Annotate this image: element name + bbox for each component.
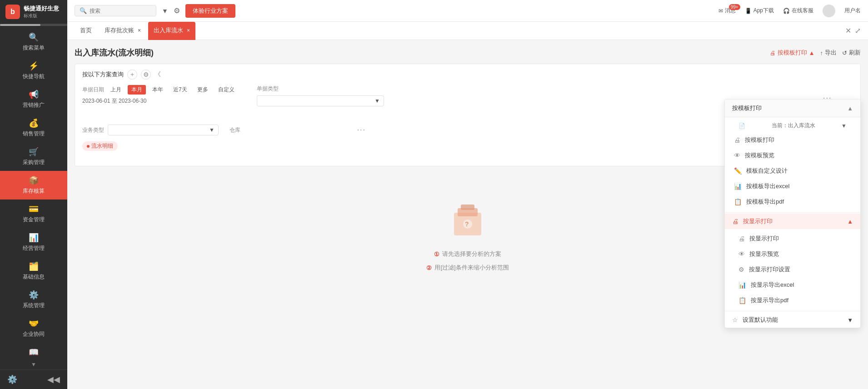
date-tab-7days[interactable]: 近7天 — [170, 85, 191, 95]
sidebar-item-guide[interactable]: 📖 新手引导 — [0, 343, 67, 359]
date-filter-group: 单据日期 上月 本月 本年 近7天 更多 自定义 2023-06-01 至 20… — [82, 85, 246, 105]
search-icon: 🔍 — [80, 7, 87, 14]
template-print-item[interactable]: 🖨 按模板打印 — [725, 132, 860, 148]
date-tab-last-month[interactable]: 上月 — [107, 85, 125, 95]
tab-batch-account[interactable]: 库存批次账 × — [99, 22, 146, 40]
header-search-box[interactable]: 🔍 — [75, 5, 156, 16]
template-export-pdf-icon: 📋 — [734, 198, 742, 205]
date-tab-this-year[interactable]: 本年 — [149, 85, 167, 95]
print-dropdown-close-chevron[interactable]: ▲ — [847, 105, 853, 112]
sidebar-item-collab[interactable]: 🤝 企业协同 — [0, 314, 67, 343]
date-tab-more[interactable]: 更多 — [194, 85, 212, 95]
sidebar-item-system[interactable]: ⚙️ 系统管理 — [0, 285, 67, 314]
print-action-button[interactable]: 🖨 按模板打印 ▲ — [770, 49, 815, 57]
display-export-pdf-item[interactable]: 📋 按显示导出pdf — [725, 293, 860, 308]
trial-button[interactable]: 体验行业方案 — [185, 4, 235, 18]
system-icon: ⚙️ — [29, 290, 39, 300]
footer-settings-icon[interactable]: ⚙️ — [7, 374, 17, 384]
header-dropdown-chevron[interactable]: ▼ — [162, 7, 168, 15]
sidebar-item-label: 库存核算 — [23, 187, 45, 195]
export-label: 导出 — [825, 49, 837, 57]
sidebar-item-search[interactable]: 🔍 搜索菜单 — [0, 28, 67, 56]
refresh-action-button[interactable]: ↺ 刷新 — [842, 49, 861, 57]
page-title: 出入库流水(流水明细) — [75, 47, 154, 58]
username-label[interactable]: 用户名 — [844, 7, 861, 15]
doc-type-select[interactable]: ▼ — [257, 95, 384, 106]
basic-icon: 🗂️ — [29, 261, 39, 271]
search-input[interactable] — [90, 8, 151, 14]
filter-add-button[interactable]: ＋ — [127, 70, 137, 80]
filter-collapse-arrow[interactable]: 《 — [155, 70, 161, 79]
filter-header-label: 按以下方案查询 — [82, 70, 124, 79]
sidebar-item-purchase[interactable]: 🛒 采购管理 — [0, 142, 67, 171]
collab-icon: 🤝 — [29, 319, 39, 329]
print-dropdown-panel: 按模板打印 ▲ 📄 当前：出入库流水 ▼ 🖨 按模板打印 👁 按模板预览 — [724, 99, 861, 328]
sidebar-item-label: 资金管理 — [23, 216, 45, 224]
header-settings-gear[interactable]: ⚙ — [174, 6, 180, 15]
sidebar-item-label: 采购管理 — [23, 159, 45, 166]
main-area: 🔍 ▼ ⚙ 体验行业方案 ✉ 消息 99+ 📱 App下载 🎧 在线客服 用户名 — [67, 0, 868, 389]
current-template-label[interactable]: 📄 当前：出入库流水 ▼ — [725, 119, 860, 132]
sidebar-item-label: 快捷导航 — [23, 73, 45, 80]
app-download-icon: 📱 — [745, 8, 752, 14]
template-custom-item[interactable]: ✏️ 模板自定义设计 — [725, 163, 860, 179]
filter-settings-button[interactable]: ⚙ — [141, 70, 151, 80]
template-preview-item[interactable]: 👁 按模板预览 — [725, 148, 860, 163]
tab-in-out-flow-close[interactable]: × — [187, 27, 190, 34]
quick-nav-icon: ⚡ — [29, 61, 39, 71]
sidebar-item-basic[interactable]: 🗂️ 基础信息 — [0, 257, 67, 285]
set-default-item[interactable]: ☆ 设置默认功能 ▼ — [725, 312, 860, 328]
display-print-section-label: 按显示打印 — [743, 217, 773, 225]
sidebar-item-inventory[interactable]: 📦 库存核算 — [0, 171, 67, 199]
sidebar: b 畅捷通好生意 标准版 🔍 搜索菜单 ⚡ 快捷导航 📢 营销推广 💰 销售管理… — [0, 0, 67, 389]
app-download-button[interactable]: 📱 App下载 — [745, 7, 774, 15]
sidebar-item-label: 企业协同 — [23, 330, 45, 338]
warehouse-more-dots[interactable]: ··· — [357, 126, 366, 134]
tab-close-all-button[interactable]: ✕ — [845, 26, 851, 35]
tab-maximize-button[interactable]: ⤢ — [855, 26, 861, 35]
display-print-settings-item[interactable]: ⚙ 按显示打印设置 — [725, 262, 860, 277]
display-export-pdf-label: 按显示导出pdf — [751, 296, 788, 304]
date-tab-custom[interactable]: 自定义 — [215, 85, 238, 95]
display-print-section-header[interactable]: 🖨 按显示打印 ▲ — [725, 214, 860, 229]
svg-rect-2 — [461, 204, 474, 210]
current-template-chevron: ▼ — [841, 123, 847, 129]
sidebar-footer: ⚙️ ◀◀ — [0, 369, 67, 389]
export-action-button[interactable]: ↑ 导出 — [820, 49, 837, 57]
date-filter-label: 单据日期 — [82, 86, 104, 94]
sidebar-collapse-icon[interactable]: ◀◀ — [47, 374, 60, 384]
refresh-label: 刷新 — [849, 49, 861, 57]
tab-in-out-flow-label: 出入库流水 — [154, 26, 183, 35]
avatar[interactable] — [823, 5, 835, 17]
empty-hint-2-text: 用[过滤]条件来缩小分析范围 — [434, 264, 509, 272]
tab-bar-right: ✕ ⤢ — [845, 26, 861, 35]
display-print-section-icon: 🖨 — [732, 218, 738, 225]
sidebar-item-label: 销售管理 — [23, 130, 45, 138]
template-export-pdf-item[interactable]: 📋 按模板导出pdf — [725, 194, 860, 209]
set-default-chevron: ▼ — [847, 317, 853, 324]
display-print-icon: 🖨 — [738, 235, 745, 242]
business-type-select[interactable]: ▼ — [108, 125, 219, 135]
date-tab-this-month[interactable]: 本月 — [128, 85, 146, 95]
template-export-excel-item[interactable]: 📊 按模板导出excel — [725, 179, 860, 194]
sidebar-item-marketing[interactable]: 📢 营销推广 — [0, 85, 67, 114]
template-preview-label: 按模板预览 — [745, 151, 774, 160]
template-export-excel-label: 按模板导出excel — [746, 182, 789, 190]
page-title-bar: 出入库流水(流水明细) 🖨 按模板打印 ▲ ↑ 导出 ↺ 刷新 — [75, 47, 861, 58]
sidebar-item-quick-nav[interactable]: ⚡ 快捷导航 — [0, 56, 67, 85]
sidebar-scroll-down[interactable]: ▼ — [0, 359, 67, 369]
sidebar-item-finance[interactable]: 💳 资金管理 — [0, 199, 67, 228]
message-button[interactable]: ✉ 消息 99+ — [718, 7, 736, 15]
sidebar-item-operations[interactable]: 📊 经营管理 — [0, 228, 67, 257]
tab-in-out-flow[interactable]: 出入库流水 × — [148, 22, 195, 40]
display-preview-item[interactable]: 👁 按显示预览 — [725, 246, 860, 262]
tab-batch-account-close[interactable]: × — [138, 27, 141, 34]
template-print-label: 按模板打印 — [745, 136, 774, 144]
display-print-item[interactable]: 🖨 按显示打印 — [725, 231, 860, 246]
flow-detail-tag[interactable]: 流水明细 — [82, 141, 118, 151]
print-icon: 🖨 — [770, 50, 776, 56]
sidebar-item-sales[interactable]: 💰 销售管理 — [0, 114, 67, 142]
online-service-button[interactable]: 🎧 在线客服 — [783, 7, 813, 15]
tab-home[interactable]: 首页 — [75, 22, 97, 40]
display-export-excel-item[interactable]: 📊 按显示导出excel — [725, 277, 860, 293]
